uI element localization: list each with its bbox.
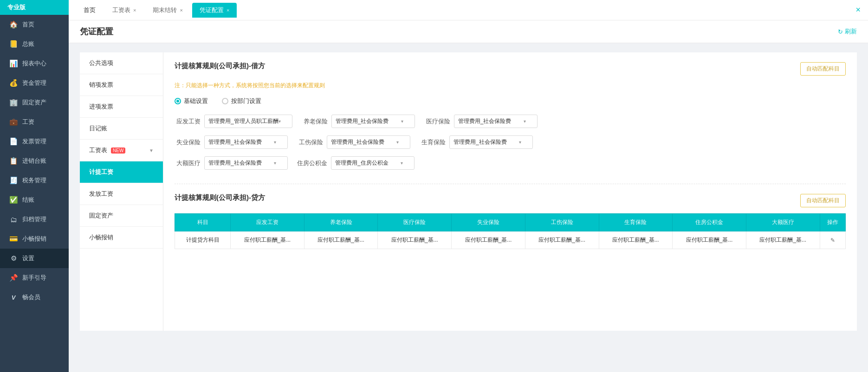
chevron-icon-7: ▾	[274, 160, 276, 166]
cell-work-injury-val: 应付职工薪酬_基...	[525, 231, 599, 249]
sales-icon: 📋	[9, 157, 18, 165]
form-row-3: 大额医疗 管理费用_社会保险费 ▾ 住房公积金 管理费用_住房公积金 ▾	[175, 156, 846, 170]
main-area: 首页 工资表 × 期末结转 × 凭证配置 × × 凭证配置 ↻ 刷新	[69, 0, 868, 372]
col-unemployment: 失业保险	[452, 214, 525, 231]
section2-header: 计提核算规则(公司承担)-贷方 自动匹配科目	[175, 193, 846, 208]
expense-icon: 💳	[9, 235, 18, 243]
field-medical: 医疗保险 管理费用_社会保险费 ▾	[424, 115, 538, 128]
table-header-row: 科目 应发工资 养老保险 医疗保险 失业保险 工伤保险 生育保险 住房公积金 大…	[175, 214, 846, 231]
expand-icon: ▼	[149, 148, 154, 153]
left-menu-item-purchase-invoice[interactable]: 进项发票	[80, 96, 163, 118]
section1-note: 注：只能选择一种方式，系统将按照您当前的选择来配置规则	[175, 82, 846, 90]
sidebar-item-sales-ledger[interactable]: 📋 进销台账	[0, 151, 69, 171]
sidebar-item-payroll[interactable]: 💼 工资	[0, 112, 69, 132]
section1-header: 计提核算规则(公司承担)-借方 自动匹配科目	[175, 62, 846, 76]
select-work-injury[interactable]: 管理费用_社会保险费 ▾	[327, 135, 410, 149]
sidebar-item-tax-mgmt[interactable]: 🧾 税务管理	[0, 171, 69, 190]
chevron-icon-4: ▾	[274, 140, 276, 145]
select-unemployment[interactable]: 管理费用_社会保险费 ▾	[204, 135, 288, 149]
app-brand: 专业版	[0, 0, 69, 15]
radio-dept-circle	[222, 98, 228, 104]
field-maternity: 生育保险 管理费用_社会保险费 ▾	[420, 135, 533, 149]
chevron-icon-5: ▾	[396, 140, 399, 145]
left-menu-item-xiaochang-expense-menu[interactable]: 小畅报销	[80, 227, 163, 249]
col-subject: 科目	[175, 214, 231, 231]
select-housing-fund[interactable]: 管理费用_住房公积金 ▾	[331, 156, 415, 170]
close-payroll-tab-icon[interactable]: ×	[133, 7, 136, 13]
field-housing-fund: 住房公积金 管理费用_住房公积金 ▾	[297, 156, 415, 170]
sidebar-item-general-ledger[interactable]: 📒 总账	[0, 34, 69, 54]
tab-voucher-config[interactable]: 凭证配置 ×	[192, 3, 237, 18]
tab-payroll[interactable]: 工资表 ×	[105, 3, 143, 18]
cell-subject: 计提贷方科目	[175, 231, 231, 249]
cell-action[interactable]: ✎	[820, 231, 845, 249]
auto-match-btn-1[interactable]: 自动匹配科目	[800, 62, 846, 76]
left-menu-item-distribute-payroll[interactable]: 发放工资	[80, 183, 163, 205]
sidebar-item-close-accounts[interactable]: ✅ 结账	[0, 190, 69, 210]
radio-dept-setting[interactable]: 按部门设置	[222, 97, 261, 105]
col-work-injury: 工伤保险	[525, 214, 599, 231]
close-voucher-tab-icon[interactable]: ×	[227, 7, 229, 13]
left-menu-item-public-options[interactable]: 公共选项	[80, 52, 163, 74]
left-menu-item-fixed-assets-menu[interactable]: 固定资产	[80, 205, 163, 227]
sidebar-item-home[interactable]: 🏠 首页	[0, 15, 69, 34]
sidebar-item-xiaochang-expense[interactable]: 💳 小畅报销	[0, 229, 69, 249]
tab-period-close[interactable]: 期末结转 ×	[145, 3, 190, 18]
refresh-icon: ↻	[838, 28, 843, 35]
refresh-button[interactable]: ↻ 刷新	[838, 27, 857, 36]
radio-group: 基础设置 按部门设置	[175, 97, 846, 105]
sidebar-item-funds[interactable]: 💰 资金管理	[0, 73, 69, 93]
reports-icon: 📊	[9, 59, 18, 68]
select-maternity[interactable]: 管理费用_社会保险费 ▾	[449, 135, 533, 149]
sidebar-item-invoice-mgmt[interactable]: 📄 发票管理	[0, 132, 69, 151]
left-menu-item-journal[interactable]: 日记账	[80, 118, 163, 140]
chevron-icon-2: ▾	[401, 119, 403, 124]
left-menu: 公共选项 销项发票 进项发票 日记账 工资表 NEW ▼	[80, 52, 163, 331]
cell-unemployment-val: 应付职工薪酬_基...	[452, 231, 525, 249]
sidebar-item-new-user-guide[interactable]: 📌 新手引导	[0, 268, 69, 288]
content-layout: 公共选项 销项发票 进项发票 日记账 工资表 NEW ▼	[80, 52, 857, 331]
form-row-1: 应发工资 管理费用_管理人员职工薪酬 ▾ 养老保险 管理费用_社会保险费 ▾	[175, 115, 846, 128]
edit-icon[interactable]: ✎	[830, 237, 835, 244]
sidebar-item-fixed-assets[interactable]: 🏢 固定资产	[0, 93, 69, 112]
left-menu-item-accrual-payroll[interactable]: 计提工资	[80, 161, 163, 183]
ledger-icon: 📒	[9, 40, 18, 48]
select-salary[interactable]: 管理费用_管理人员职工薪酬 ▾	[204, 115, 292, 128]
auto-match-btn-2[interactable]: 自动匹配科目	[800, 194, 846, 207]
main-content: 公共选项 销项发票 进项发票 日记账 工资表 NEW ▼	[69, 43, 868, 372]
col-salary: 应发工资	[231, 214, 304, 231]
right-content: 计提核算规则(公司承担)-借方 自动匹配科目 注：只能选择一种方式，系统将按照您…	[163, 52, 857, 331]
chevron-icon-6: ▾	[519, 140, 521, 145]
sidebar-item-reports[interactable]: 📊 报表中心	[0, 54, 69, 73]
radio-basic-circle	[175, 98, 181, 104]
left-menu-item-sales-invoice[interactable]: 销项发票	[80, 74, 163, 96]
col-pension: 养老保险	[304, 214, 378, 231]
sidebar-item-archive-mgmt[interactable]: 🗂 归档管理	[0, 210, 69, 229]
tab-home[interactable]: 首页	[76, 3, 103, 18]
invoice-icon: 📄	[9, 137, 18, 146]
close-period-tab-icon[interactable]: ×	[180, 7, 182, 13]
col-housing-fund: 住房公积金	[673, 214, 746, 231]
page-title: 凭证配置	[80, 26, 113, 37]
sidebar: 专业版 🏠 首页 📒 总账 📊 报表中心 💰 资金管理 🏢 固定资产 💼 工资 …	[0, 0, 69, 372]
close-accounts-icon: ✅	[9, 196, 18, 204]
page-header: 凭证配置 ↻ 刷新	[69, 20, 868, 43]
tax-icon: 🧾	[9, 176, 18, 185]
field-unemployment: 失业保险 管理费用_社会保险费 ▾	[175, 135, 288, 149]
funds-icon: 💰	[9, 79, 18, 87]
cell-pension-val: 应付职工薪酬_基...	[304, 231, 378, 249]
archive-icon: 🗂	[9, 215, 18, 224]
select-large-medical[interactable]: 管理费用_社会保险费 ▾	[204, 156, 288, 170]
form-row-2: 失业保险 管理费用_社会保险费 ▾ 工伤保险 管理费用_社会保险费 ▾	[175, 135, 846, 149]
radio-basic-setting[interactable]: 基础设置	[175, 97, 208, 105]
left-menu-item-payroll-table[interactable]: 工资表 NEW ▼	[80, 140, 163, 161]
sidebar-item-member[interactable]: V 畅会员	[0, 288, 69, 307]
col-action: 操作	[820, 214, 845, 231]
select-medical[interactable]: 管理费用_社会保险费 ▾	[454, 115, 538, 128]
field-salary: 应发工资 管理费用_管理人员职工薪酬 ▾	[175, 115, 292, 128]
guide-icon: 📌	[9, 274, 18, 282]
sidebar-item-settings[interactable]: ⚙ 设置	[0, 249, 69, 268]
close-main-icon[interactable]: ×	[855, 5, 861, 15]
select-pension[interactable]: 管理费用_社会保险费 ▾	[331, 115, 415, 128]
field-work-injury: 工伤保险 管理费用_社会保险费 ▾	[297, 135, 410, 149]
